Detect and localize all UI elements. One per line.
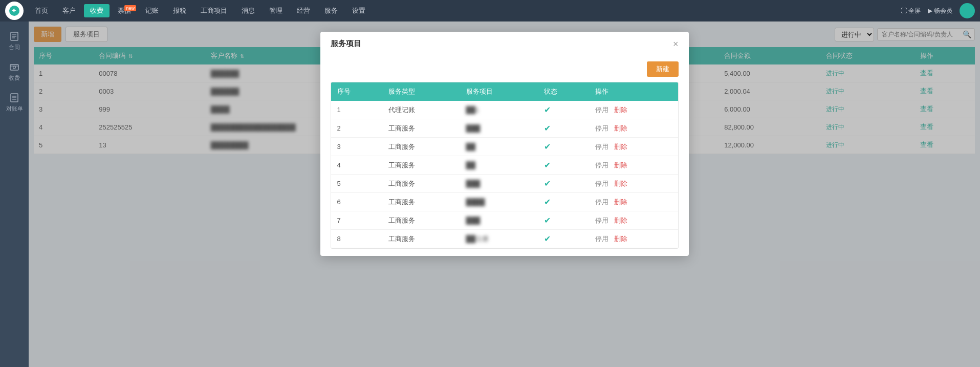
member-icon: ▶ — [928, 7, 932, 14]
modal-col-seq: 序号 — [331, 82, 382, 101]
svg-rect-6 — [10, 64, 18, 70]
nav-baoshui[interactable]: 报税 — [167, 4, 192, 17]
modal-overlay: 服务项目 × 新建 序号 服务类型 服务项目 — [29, 21, 980, 367]
nav-gongshang[interactable]: 工商项目 — [194, 4, 233, 17]
modal-col-status: 状态 — [538, 82, 589, 101]
top-nav: ✦ 首页 客户 收费 票据 new 记账 报税 工商项目 消息 管理 经营 服务… — [0, 0, 980, 21]
stop-button[interactable]: 停用 — [595, 124, 608, 132]
modal-cell-item: ████ — [460, 193, 538, 211]
status-check-icon: ✔ — [544, 124, 551, 133]
modal-cell-status: ✔ — [538, 175, 589, 193]
modal-cell-type: 代理记账 — [382, 101, 460, 119]
modal-cell-seq: 7 — [331, 211, 382, 230]
nav-fuwu[interactable]: 服务 — [318, 4, 344, 17]
delete-button[interactable]: 删除 — [614, 180, 627, 187]
modal-header: 服务项目 × — [320, 32, 689, 54]
modal-cell-type: 工商服务 — [382, 119, 460, 138]
delete-button[interactable]: 删除 — [614, 198, 627, 206]
sidebar-label-duizhang: 对账单 — [6, 105, 23, 113]
sidebar-item-shoufei[interactable]: 收费 — [0, 57, 29, 86]
modal-close-button[interactable]: × — [673, 39, 679, 49]
modal-table-row: 3 工商服务 ██ ✔ 停用 删除 — [331, 138, 678, 156]
sidebar-item-contract[interactable]: 合同 — [0, 27, 29, 55]
delete-button[interactable]: 删除 — [614, 161, 627, 169]
fullscreen-btn[interactable]: ⛶ 全屏 — [901, 7, 921, 15]
modal-new-button[interactable]: 新建 — [647, 61, 679, 77]
service-modal: 服务项目 × 新建 序号 服务类型 服务项目 — [320, 32, 689, 256]
status-check-icon: ✔ — [544, 142, 551, 151]
stop-button[interactable]: 停用 — [595, 161, 608, 169]
modal-table-wrap: 序号 服务类型 服务项目 状态 操作 1 代理记账 ██1 ✔ 停用 — [331, 82, 679, 249]
shoufei-icon — [9, 61, 20, 73]
modal-cell-status: ✔ — [538, 193, 589, 211]
stop-button[interactable]: 停用 — [595, 235, 608, 243]
right-actions: ⛶ 全屏 ▶ 畅会员 — [901, 3, 975, 18]
nav-guanli[interactable]: 管理 — [263, 4, 289, 17]
sidebar-label-shoufei: 收费 — [9, 74, 20, 82]
svg-text:✦: ✦ — [11, 7, 16, 14]
modal-cell-type: 工商服务 — [382, 156, 460, 175]
modal-cell-type: 工商服务 — [382, 230, 460, 248]
nav-shoufei[interactable]: 收费 — [84, 4, 110, 17]
modal-cell-seq: 2 — [331, 119, 382, 138]
nav-bar: 首页 客户 收费 票据 new 记账 报税 工商项目 消息 管理 经营 服务 设… — [29, 4, 901, 17]
nav-xiaoxi[interactable]: 消息 — [235, 4, 261, 17]
avatar[interactable] — [960, 3, 975, 18]
status-check-icon: ✔ — [544, 216, 551, 225]
sidebar-label-contract: 合同 — [9, 44, 20, 51]
stop-button[interactable]: 停用 — [595, 180, 608, 187]
nav-piao[interactable]: 票据 new — [112, 4, 137, 17]
status-check-icon: ✔ — [544, 161, 551, 169]
modal-cell-item: ██注册 — [460, 230, 538, 248]
modal-cell-item: ██ — [460, 156, 538, 175]
modal-cell-seq: 8 — [331, 230, 382, 248]
modal-cell-status: ✔ — [538, 230, 589, 248]
modal-cell-seq: 3 — [331, 138, 382, 156]
nav-customer[interactable]: 客户 — [56, 4, 82, 17]
modal-cell-type: 工商服务 — [382, 211, 460, 230]
nav-home[interactable]: 首页 — [29, 4, 54, 17]
modal-cell-status: ✔ — [538, 119, 589, 138]
modal-cell-type: 工商服务 — [382, 138, 460, 156]
delete-button[interactable]: 删除 — [614, 235, 627, 243]
stop-button[interactable]: 停用 — [595, 217, 608, 224]
delete-button[interactable]: 删除 — [614, 106, 627, 114]
modal-cell-actions: 停用 删除 — [589, 119, 678, 138]
modal-cell-actions: 停用 删除 — [589, 156, 678, 175]
modal-cell-actions: 停用 删除 — [589, 211, 678, 230]
modal-cell-seq: 6 — [331, 193, 382, 211]
stop-button[interactable]: 停用 — [595, 198, 608, 206]
delete-button[interactable]: 删除 — [614, 143, 627, 150]
stop-button[interactable]: 停用 — [595, 143, 608, 150]
modal-cell-actions: 停用 删除 — [589, 175, 678, 193]
delete-button[interactable]: 删除 — [614, 124, 627, 132]
stop-button[interactable]: 停用 — [595, 106, 608, 114]
modal-table-row: 7 工商服务 ███ ✔ 停用 删除 — [331, 211, 678, 230]
fullscreen-label: 全屏 — [908, 7, 921, 15]
modal-cell-item: ██1 — [460, 101, 538, 119]
modal-table-row: 2 工商服务 ███ ✔ 停用 删除 — [331, 119, 678, 138]
modal-cell-status: ✔ — [538, 138, 589, 156]
modal-cell-status: ✔ — [538, 156, 589, 175]
modal-cell-item: ███ — [460, 175, 538, 193]
modal-body: 新建 序号 服务类型 服务项目 状态 操作 — [320, 54, 689, 256]
modal-table-row: 8 工商服务 ██注册 ✔ 停用 删除 — [331, 230, 678, 248]
layout: 合同 收费 对账单 — [0, 21, 980, 367]
modal-col-action: 操作 — [589, 82, 678, 101]
modal-cell-actions: 停用 删除 — [589, 230, 678, 248]
modal-cell-actions: 停用 删除 — [589, 138, 678, 156]
nav-jizhang[interactable]: 记账 — [139, 4, 165, 17]
sidebar-item-duizhang[interactable]: 对账单 — [0, 88, 29, 117]
member-label: 畅会员 — [934, 7, 952, 15]
delete-button[interactable]: 删除 — [614, 217, 627, 224]
modal-cell-seq: 4 — [331, 156, 382, 175]
nav-jingying[interactable]: 经营 — [291, 4, 316, 17]
member-btn[interactable]: ▶ 畅会员 — [928, 7, 952, 15]
modal-col-item: 服务项目 — [460, 82, 538, 101]
modal-cell-type: 工商服务 — [382, 193, 460, 211]
modal-table-row: 1 代理记账 ██1 ✔ 停用 删除 — [331, 101, 678, 119]
modal-cell-actions: 停用 删除 — [589, 193, 678, 211]
modal-cell-actions: 停用 删除 — [589, 101, 678, 119]
modal-title: 服务项目 — [331, 39, 361, 49]
nav-shezhi[interactable]: 设置 — [346, 4, 372, 17]
